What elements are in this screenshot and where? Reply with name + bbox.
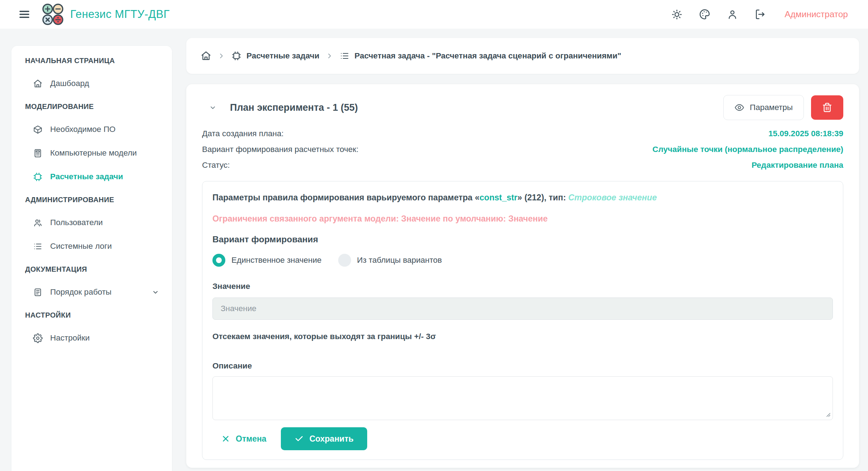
chevron-right-icon (217, 52, 225, 60)
sidebar-section-title: АДМИНИСТРИРОВАНИЕ (11, 189, 172, 211)
app-logo-icon (41, 3, 64, 26)
delete-plan-button[interactable] (811, 95, 843, 120)
description-label: Описание (212, 361, 833, 371)
rule-title-param-name: const_str (479, 193, 517, 202)
save-button-label: Сохранить (310, 434, 354, 444)
sidebar-item-workflow[interactable]: Порядок работы (11, 280, 172, 304)
experiment-plan-card: План эксперимента - 1 (55) Параметры Дат… (186, 84, 859, 468)
book-icon (33, 287, 43, 297)
breadcrumb-item-tasks[interactable]: Расчетные задачи (231, 51, 320, 61)
cancel-button-label: Отмена (236, 434, 267, 444)
parameters-button-label: Параметры (750, 103, 793, 112)
sidebar-item-label: Необходимое ПО (50, 125, 116, 134)
list-icon (340, 51, 350, 61)
trash-icon (822, 102, 833, 113)
menu-icon[interactable] (18, 8, 31, 21)
description-textarea[interactable] (212, 376, 833, 420)
sidebar-item-dashboard[interactable]: Дашбоард (11, 72, 172, 95)
sidebar-item-label: Системные логи (50, 242, 112, 251)
value-label: Значение (212, 282, 833, 291)
rule-title-suffix: » (212), тип: (517, 193, 566, 202)
sidebar-item-models[interactable]: Компьютерные модели (11, 141, 172, 165)
info-value: Случайные точки (нормальное распределени… (652, 145, 843, 154)
check-icon (294, 434, 304, 443)
info-row: Статус: Редактирование плана (202, 157, 843, 173)
info-value: 15.09.2025 08:18:39 (768, 129, 843, 138)
chip-icon (231, 51, 241, 61)
sidebar-item-settings[interactable]: Настройки (11, 326, 172, 350)
save-button[interactable]: Сохранить (281, 427, 367, 450)
sidebar-section-title: МОДЕЛИРОВАНИЕ (11, 95, 172, 118)
sidebar-item-users[interactable]: Пользователи (11, 211, 172, 234)
chevron-right-icon (326, 52, 334, 60)
parameter-rule-panel: Параметры правила формирования варьируем… (202, 181, 843, 460)
sigma-note: Отсекаем значения, которые выходят за гр… (212, 332, 833, 341)
sidebar-item-software[interactable]: Необходимое ПО (11, 118, 172, 141)
radio-from-table[interactable]: Из таблицы вариантов (338, 254, 442, 267)
radio-single-value[interactable]: Единственное значение (212, 254, 322, 267)
resize-handle[interactable] (825, 412, 831, 418)
breadcrumb-item-task[interactable]: Расчетная задача - "Расчетная задача сце… (340, 51, 622, 61)
collapse-chevron-icon[interactable] (208, 103, 217, 112)
breadcrumb: Расчетные задачи Расчетная задача - "Рас… (186, 38, 859, 74)
user-role-label[interactable]: Администратор (785, 9, 848, 19)
constraints-text: Ограничения связанного аргумента модели:… (212, 214, 833, 224)
chip-icon (33, 172, 43, 182)
palette-icon[interactable] (699, 9, 710, 20)
sidebar-item-label: Расчетные задачи (50, 172, 123, 181)
sidebar: НАЧАЛЬНАЯ СТРАНИЦА Дашбоард МОДЕЛИРОВАНИ… (11, 46, 172, 471)
user-icon[interactable] (727, 9, 738, 20)
theme-sun-icon[interactable] (671, 9, 682, 20)
gear-icon (33, 333, 43, 343)
variant-heading: Вариант формирования (212, 234, 833, 244)
radio-label: Из таблицы вариантов (357, 256, 442, 265)
variant-radio-group: Единственное значение Из таблицы вариант… (212, 254, 833, 267)
list-icon (33, 242, 43, 251)
eye-icon (734, 103, 744, 113)
rule-title: Параметры правила формирования варьируем… (212, 193, 833, 203)
breadcrumb-home[interactable] (201, 51, 211, 61)
home-icon (33, 79, 43, 89)
radio-selected-icon[interactable] (212, 254, 225, 267)
sidebar-item-tasks[interactable]: Расчетные задачи (11, 165, 172, 189)
app-title: Генезис МГТУ-ДВГ (70, 8, 170, 21)
cancel-button[interactable]: Отмена (221, 434, 267, 444)
sidebar-item-label: Настройки (50, 333, 90, 343)
sidebar-item-label: Порядок работы (50, 287, 111, 297)
breadcrumb-label: Расчетные задачи (246, 51, 320, 61)
users-icon (33, 218, 43, 228)
parameters-button[interactable]: Параметры (723, 95, 804, 120)
info-label: Статус: (202, 161, 230, 170)
chevron-down-icon (151, 288, 160, 296)
sidebar-section-title: ДОКУМЕНТАЦИЯ (11, 258, 172, 280)
sidebar-item-label: Дашбоард (50, 79, 89, 88)
sidebar-item-logs[interactable]: Системные логи (11, 234, 172, 258)
calculator-icon (33, 148, 43, 158)
sidebar-section-title: НАЧАЛЬНАЯ СТРАНИЦА (11, 49, 172, 72)
rule-title-prefix: Параметры правила формирования варьируем… (212, 193, 479, 202)
radio-unselected-icon[interactable] (338, 254, 351, 267)
breadcrumb-label: Расчетная задача - "Расчетная задача сце… (355, 51, 622, 61)
info-row: Дата создания плана: 15.09.2025 08:18:39 (202, 126, 843, 142)
sidebar-item-label: Пользователи (50, 218, 103, 227)
plan-title: План эксперимента - 1 (55) (230, 102, 358, 113)
app-header: Генезис МГТУ-ДВГ Администратор (0, 0, 868, 29)
info-label: Вариант формирования расчетных точек: (202, 145, 359, 154)
package-icon (33, 125, 43, 134)
x-icon (221, 434, 230, 443)
sidebar-section-title: НАСТРОЙКИ (11, 304, 172, 326)
rule-title-type: Строковое значение (568, 193, 657, 202)
info-label: Дата создания плана: (202, 129, 284, 138)
radio-label: Единственное значение (231, 256, 322, 265)
logout-icon[interactable] (754, 9, 766, 20)
sidebar-item-label: Компьютерные модели (50, 148, 137, 158)
home-icon (201, 51, 211, 61)
value-input[interactable] (212, 298, 833, 320)
info-value: Редактирование плана (752, 161, 843, 170)
info-row: Вариант формирования расчетных точек: Сл… (202, 142, 843, 157)
